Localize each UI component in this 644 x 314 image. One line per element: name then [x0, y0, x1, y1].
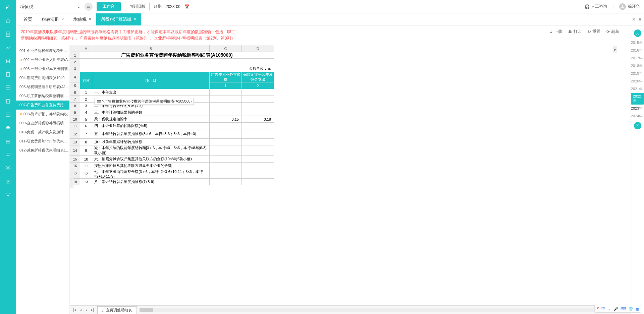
- sheet-nav-prev[interactable]: ◂: [78, 308, 83, 312]
- row-header[interactable]: 12: [70, 129, 80, 139]
- formula-bar[interactable]: 007-广告费和业务宣传费跨年度纳税调整明细表(A105060): [95, 98, 194, 105]
- doc-icon[interactable]: [5, 31, 11, 38]
- ime-logo-icon[interactable]: S: [597, 307, 599, 311]
- value-cell-d[interactable]: [242, 109, 274, 116]
- value-cell-d[interactable]: [242, 156, 274, 163]
- value-cell-d[interactable]: [242, 129, 274, 139]
- form-icon[interactable]: [5, 84, 11, 91]
- project-cell[interactable]: 加：以前年度累计结转扣除额: [92, 139, 210, 145]
- sheet-tab[interactable]: 广宣费调整明细表: [97, 306, 137, 314]
- form-list-item[interactable]: 010-免税、减计收入及加计...: [16, 128, 69, 137]
- v-icon[interactable]: [5, 192, 11, 198]
- menu-circle-button[interactable]: [85, 3, 93, 11]
- tab-0[interactable]: 首页: [19, 13, 37, 25]
- horizontal-scrollbar[interactable]: [140, 308, 628, 312]
- chart-icon[interactable]: [5, 44, 11, 51]
- project-cell[interactable]: 减：本年扣除的以前年度结转额[3＞6，本行=0；3≤6，本行=8与(6-3)孰小…: [92, 145, 210, 156]
- sheet-nav-first[interactable]: |◂: [72, 308, 77, 312]
- year-item[interactable]: 2021年: [631, 85, 644, 93]
- year-item[interactable]: 2016年: [631, 47, 644, 54]
- support-link[interactable]: 🎧 人工咨询: [585, 4, 607, 9]
- row-header[interactable]: 9: [70, 109, 80, 116]
- value-cell-d[interactable]: [242, 96, 274, 103]
- tab-1[interactable]: 税表清册✕: [37, 13, 69, 25]
- value-cell-c[interactable]: [210, 129, 242, 139]
- reset-button[interactable]: ↻重置: [588, 29, 600, 35]
- refresh-button[interactable]: ⟳刷新: [606, 29, 619, 35]
- year-item[interactable]: 2023年: [631, 105, 644, 112]
- project-cell[interactable]: 六、按照分摊协议归集至其他关联方的金额(10≤3与6孰小值): [92, 156, 210, 163]
- year-item[interactable]: 2020年: [631, 77, 644, 85]
- project-cell[interactable]: 八、累计结转以后年度扣除额(7+8-9): [92, 179, 210, 185]
- form-list-item[interactable]: ⊘008-资产折旧、摊销及纳税...: [16, 110, 69, 119]
- project-cell[interactable]: 四、本企业计算的扣除限额(4×5): [92, 123, 210, 129]
- switch-old-button[interactable]: 切到旧版: [125, 2, 150, 11]
- value-cell-d[interactable]: [242, 169, 274, 179]
- bag-icon[interactable]: [5, 58, 11, 64]
- form-list-item[interactable]: ⊘002-一般企业收入明细表(A...: [16, 55, 69, 64]
- user-menu[interactable]: 徐泽华: [619, 3, 640, 10]
- ime-keyboard-icon[interactable]: ⌨: [621, 307, 626, 311]
- form-list-item[interactable]: ⊘003-一般企业成本支出明细...: [16, 64, 69, 73]
- form-list-item[interactable]: 005-纳税调整项目明细表(A1...: [16, 82, 69, 91]
- value-cell-d[interactable]: [242, 139, 274, 145]
- home-icon[interactable]: [5, 17, 11, 24]
- value-cell-c[interactable]: [210, 89, 242, 96]
- logo-icon[interactable]: [5, 4, 11, 11]
- form-list-item[interactable]: 004-期间费用明细表(A1040...: [16, 73, 69, 82]
- ime-skin-icon[interactable]: 👕: [628, 307, 633, 311]
- value-cell-c[interactable]: 0.15: [210, 116, 242, 123]
- project-cell[interactable]: 三、本年计算扣除限额的基数: [92, 109, 210, 116]
- form-list-item[interactable]: 007-广告费和业务宣传费跨...: [16, 101, 69, 110]
- row-header[interactable]: 10: [70, 116, 80, 123]
- gear-icon[interactable]: [5, 165, 11, 172]
- value-cell-c[interactable]: [210, 96, 242, 103]
- row-header[interactable]: 6: [70, 89, 80, 96]
- form-list-item[interactable]: 009-企业所得税弥补亏损明...: [16, 119, 69, 128]
- value-cell-c[interactable]: [210, 169, 242, 179]
- food-icon[interactable]: [5, 125, 11, 131]
- row-header[interactable]: 13: [70, 139, 80, 145]
- sheet-nav-last[interactable]: ▸|: [90, 308, 95, 312]
- col-header[interactable]: B: [92, 45, 210, 52]
- form-list-item[interactable]: 001-企业所得税年度纳税申...: [16, 46, 69, 55]
- download-button[interactable]: ⇣下载: [549, 29, 562, 35]
- row-header[interactable]: 16: [70, 163, 80, 169]
- value-cell-c[interactable]: [210, 109, 242, 116]
- row-header[interactable]: 4: [70, 72, 80, 82]
- value-cell-d[interactable]: [242, 89, 274, 96]
- value-cell-d[interactable]: [242, 145, 274, 156]
- tab-3[interactable]: 所得税汇算清缴✕: [96, 13, 141, 25]
- ime-punct[interactable]: ，: [607, 306, 611, 312]
- year-item[interactable]: 2024年: [631, 112, 644, 120]
- expand-panel-icon[interactable]: ▶: [613, 46, 617, 53]
- collapse-handle[interactable]: ‹: [69, 171, 73, 188]
- year-item[interactable]: 2017年: [631, 54, 644, 62]
- row-header[interactable]: 5: [70, 82, 80, 89]
- form-list-item[interactable]: 011-研发费用加计扣除优惠...: [16, 137, 69, 146]
- tax-type-dropdown[interactable]: 增值税 ⌄: [20, 4, 80, 10]
- value-cell-c[interactable]: [210, 139, 242, 145]
- spreadsheet[interactable]: ABCD1广告费和业务宣传费跨年度纳税调整明细表(A105060)23金额单位：…: [70, 45, 631, 305]
- project-cell[interactable]: 一、本年支出: [92, 89, 210, 96]
- row-header[interactable]: 7: [70, 96, 80, 103]
- close-icon[interactable]: ✕: [61, 17, 64, 21]
- value-cell-c[interactable]: [210, 179, 242, 185]
- ime-mic-icon[interactable]: 🎤: [613, 307, 619, 311]
- close-icon[interactable]: ✕: [89, 17, 92, 21]
- row-header[interactable]: 2: [70, 59, 80, 65]
- row-header[interactable]: 3: [70, 65, 80, 72]
- value-cell-d[interactable]: 0.18: [242, 116, 274, 123]
- video-icon[interactable]: [5, 178, 11, 185]
- close-all-icon[interactable]: ✕: [632, 17, 636, 22]
- tab-2[interactable]: 增值税✕: [69, 13, 96, 25]
- form-list-item[interactable]: 012-减免所得税优惠明细表(...: [16, 146, 69, 155]
- col-header[interactable]: A: [80, 45, 92, 52]
- row-header[interactable]: 11: [70, 123, 80, 129]
- value-cell-d[interactable]: [242, 123, 274, 129]
- value-cell-d[interactable]: [242, 179, 274, 185]
- form-list-item[interactable]: 006-职工薪酬纳税调整明细...: [16, 91, 69, 101]
- shirt-icon[interactable]: [5, 98, 11, 105]
- value-cell-d[interactable]: [242, 103, 274, 109]
- year-item[interactable]: 2019年: [631, 70, 644, 77]
